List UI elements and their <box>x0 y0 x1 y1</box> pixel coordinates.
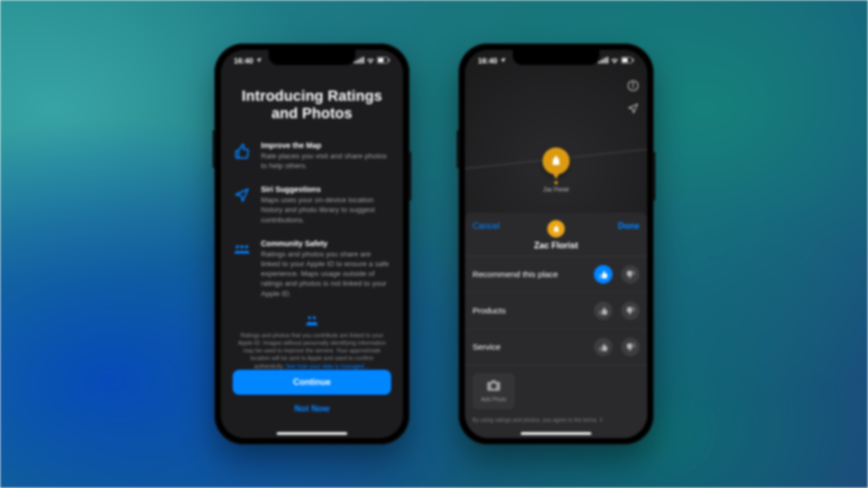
svg-point-7 <box>236 245 239 248</box>
phone-mockup-right: 16:40 <box>458 43 654 445</box>
camera-icon <box>487 380 500 393</box>
not-now-button[interactable]: Not Now <box>233 398 391 420</box>
feature-improve-map: Improve the Map Rate places you visit an… <box>233 141 391 171</box>
intro-title: Introducing Ratings and Photos <box>233 88 391 123</box>
location-arrow-icon <box>256 56 262 65</box>
svg-rect-5 <box>378 58 384 62</box>
feature-heading: Improve the Map <box>261 141 391 150</box>
people-icon <box>233 239 251 299</box>
notch <box>269 50 355 65</box>
terms-link[interactable]: By using ratings and photos, you agree t… <box>465 417 647 438</box>
wifi-icon <box>366 56 375 65</box>
intro-sheet: Introducing Ratings and Photos Improve t… <box>221 50 403 438</box>
battery-icon <box>621 56 634 65</box>
svg-rect-14 <box>604 58 605 63</box>
location-arrow-icon <box>500 56 506 65</box>
svg-rect-0 <box>354 61 356 63</box>
battery-icon <box>377 56 390 65</box>
card-header: Cancel Done Zac Florist <box>465 213 647 256</box>
cellular-icon <box>354 56 364 65</box>
feature-heading: Community Safety <box>261 239 391 248</box>
phone-mockup-left: 16:40 Intr <box>214 43 410 445</box>
feature-body: Ratings and photos you share are linked … <box>261 249 391 299</box>
place-name: Zac Florist <box>534 241 578 251</box>
wifi-icon <box>610 56 619 65</box>
handshake-icon <box>304 315 320 329</box>
add-photo-button[interactable]: Add Photo <box>473 373 515 409</box>
feature-siri-suggestions: Siri Suggestions Maps uses your on-devic… <box>233 185 391 225</box>
screen-left: 16:40 Intr <box>221 50 403 438</box>
data-managed-link[interactable]: See how your data is managed… <box>285 363 369 369</box>
svg-point-8 <box>240 245 244 248</box>
row-label: Recommend this place <box>473 269 558 279</box>
shopping-bag-icon <box>547 220 565 237</box>
feature-body: Rate places you visit and share photos t… <box>261 151 391 171</box>
row-label: Products <box>473 306 506 316</box>
rating-row-recommend: Recommend this place <box>465 256 647 293</box>
thumbs-up-icon <box>233 141 251 171</box>
feature-heading: Siri Suggestions <box>261 185 391 194</box>
thumb-down-button[interactable] <box>621 338 640 356</box>
svg-rect-3 <box>362 57 364 63</box>
notch <box>513 50 599 65</box>
disclaimer-block: Ratings and photos that you contribute a… <box>233 315 391 370</box>
location-arrow-icon <box>233 185 251 225</box>
wallpaper-background: 16:40 Intr <box>0 0 868 488</box>
svg-rect-2 <box>360 58 361 63</box>
svg-point-11 <box>313 316 316 319</box>
map-info-button[interactable] <box>627 79 640 92</box>
shopping-bag-icon <box>542 147 570 175</box>
rating-row-service: Service <box>465 329 647 365</box>
cancel-button[interactable]: Cancel <box>473 221 500 231</box>
status-time: 16:40 <box>478 56 497 65</box>
svg-point-21 <box>633 83 634 84</box>
svg-rect-12 <box>598 61 600 63</box>
svg-point-9 <box>245 245 248 248</box>
thumb-up-button[interactable] <box>594 265 612 284</box>
cellular-icon <box>598 56 608 65</box>
chevron-right-icon <box>599 417 603 423</box>
feature-community-safety: Community Safety Ratings and photos you … <box>233 239 391 299</box>
disclaimer-text: Ratings and photos that you contribute a… <box>233 331 391 370</box>
status-time: 16:40 <box>234 56 253 65</box>
row-label: Service <box>473 342 501 352</box>
continue-button[interactable]: Continue <box>233 370 391 395</box>
svg-rect-1 <box>357 60 359 63</box>
thumb-down-button[interactable] <box>621 265 640 284</box>
home-indicator[interactable] <box>277 432 347 435</box>
feature-body: Maps uses your on-device location histor… <box>261 195 391 225</box>
screen-right: 16:40 <box>465 50 647 438</box>
svg-rect-17 <box>622 58 628 62</box>
svg-rect-13 <box>601 60 603 63</box>
svg-rect-6 <box>388 59 390 62</box>
map-pin-label: Zac Florist <box>544 187 569 192</box>
done-button[interactable]: Done <box>618 221 640 231</box>
rating-card: Cancel Done Zac Florist Recommend this p… <box>465 213 647 438</box>
svg-rect-15 <box>607 57 608 63</box>
thumb-up-button[interactable] <box>594 338 612 356</box>
svg-rect-18 <box>633 59 634 62</box>
map-pin[interactable]: Zac Florist <box>542 147 570 192</box>
rating-row-products: Products <box>465 293 647 329</box>
svg-point-10 <box>308 316 311 319</box>
home-indicator[interactable] <box>521 432 591 435</box>
map-locate-button[interactable] <box>627 102 640 115</box>
thumb-down-button[interactable] <box>621 301 640 320</box>
thumb-up-button[interactable] <box>594 301 612 320</box>
add-photo-label: Add Photo <box>481 396 507 402</box>
